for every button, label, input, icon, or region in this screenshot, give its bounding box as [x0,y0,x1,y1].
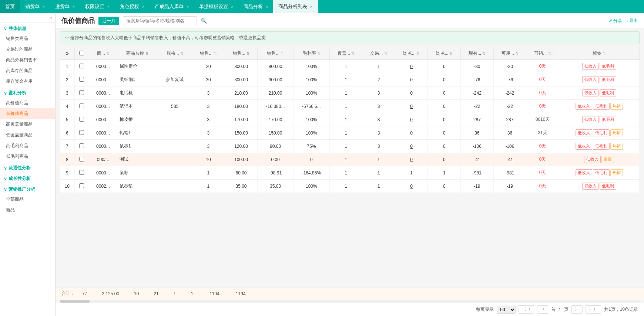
view-link[interactable]: 0 [410,91,413,96]
sidebar-item-low-margin[interactable]: 低毛利商品 [0,151,55,162]
td-check[interactable] [74,153,89,166]
sidebar-item-sales-products[interactable]: 销售类商品 [0,33,55,44]
period-button[interactable]: 近一月 [98,17,119,25]
td-view1[interactable]: 0 [395,180,428,193]
scrollbar-thumb[interactable] [60,300,90,303]
view-link[interactable]: 1 [410,170,413,176]
th-stock[interactable]: 现有... ⇅ [461,47,494,60]
sidebar-item-new-products[interactable]: 新品 [0,205,55,215]
td-view1[interactable]: 1 [395,166,428,180]
th-settings[interactable]: ⚙ [60,47,74,60]
last-page-btn[interactable]: 〉〉 [586,305,601,314]
td-check[interactable] [74,140,89,153]
nav-purchase[interactable]: 进货单 × [50,0,80,13]
td-check[interactable] [74,166,89,180]
td-check[interactable] [74,180,89,193]
th-trade[interactable]: 交易... ⇅ [362,47,395,60]
th-view1[interactable]: 浏览... ⇅ [395,47,428,60]
td-check[interactable] [74,86,89,100]
sidebar-group-overall[interactable]: ∨ 整体信息 [0,23,55,33]
close-icon[interactable]: × [231,4,233,9]
row-checkbox[interactable] [79,117,84,122]
sidebar-item-all-products[interactable]: 全部商品 [0,194,55,205]
prev-page-btn[interactable]: 〈 [537,305,548,314]
sidebar-item-traded[interactable]: 交易过的商品 [0,44,55,55]
row-checkbox[interactable] [79,170,84,175]
close-icon[interactable]: × [43,4,45,9]
search-input[interactable] [123,16,197,25]
row-checkbox[interactable] [79,64,84,68]
export-button[interactable]: ↓ 导出 [626,18,638,24]
th-sellable[interactable]: 可销... ⇅ [526,47,559,60]
close-icon[interactable]: × [187,4,189,9]
row-checkbox[interactable] [79,103,84,108]
sidebar-item-low-coverage[interactable]: 低覆盖量商品 [0,130,55,140]
td-view1[interactable]: 0 [395,113,428,126]
row-checkbox[interactable] [79,143,84,148]
sidebar-item-high-coverage[interactable]: 高覆盖量商品 [0,119,55,130]
sidebar-group-growth[interactable]: ∨ 成长性分析 [0,173,55,183]
td-view1[interactable]: 0 [395,140,428,153]
close-icon[interactable]: × [266,4,268,9]
td-check[interactable] [74,73,89,86]
td-check[interactable] [74,126,89,140]
nav-product-analysis-list[interactable]: 商品分析列表 × [273,0,318,13]
view-link[interactable]: 0 [410,117,413,122]
nav-home[interactable]: 首页 [0,0,20,13]
td-view1[interactable]: 0 [395,126,428,140]
view-link[interactable]: 0 [410,104,413,109]
sidebar-item-high-stock[interactable]: 高库存的商品 [0,65,55,76]
th-coverage[interactable]: 覆盖... ⇅ [329,47,362,60]
td-view1[interactable]: 0 [395,60,428,73]
sidebar-group-profit[interactable]: ∨ 盈利分析 [0,87,55,98]
th-gross-rate[interactable]: 毛利率 ⇅ [293,47,329,60]
th-spec[interactable]: 规格... ⇅ [158,47,192,60]
th-code[interactable]: 商... ⇅ [89,47,117,60]
view-link[interactable]: 0 [410,144,413,149]
row-checkbox[interactable] [79,157,84,162]
share-button[interactable]: ↗ 分享 [608,18,622,24]
view-link[interactable]: 0 [410,157,413,162]
th-sales-qty[interactable]: 销售... ⇅ [192,47,225,60]
sidebar-item-high-margin[interactable]: 高毛利商品 [0,140,55,151]
th-view2[interactable]: 浏览... ⇅ [428,47,461,60]
sidebar-item-high-value[interactable]: 高价值商品 [0,98,55,108]
nav-sales[interactable]: 销货单 × [20,0,50,13]
th-sales-profit[interactable]: 销售... ⇅ [258,47,294,60]
td-view1[interactable]: 0 [395,73,428,86]
close-icon[interactable]: × [142,4,144,9]
view-link[interactable]: 0 [410,64,413,69]
td-view1[interactable]: 0 [395,100,428,113]
close-icon[interactable]: × [310,4,312,9]
nav-template[interactable]: 单据模板设置 × [194,0,238,13]
th-tags[interactable]: 标签 ⇅ [559,47,639,60]
table-container[interactable]: ⚙ 商... ⇅ 商品名称 ⇅ 规格... ⇅ 销售... ⇅ 销售... ⇅ … [60,47,640,287]
row-checkbox[interactable] [79,77,84,82]
td-check[interactable] [74,60,89,73]
sidebar-item-low-value[interactable]: 低价值商品 [0,108,55,119]
td-check[interactable] [74,100,89,113]
th-name[interactable]: 商品名称 ⇅ [117,47,158,60]
select-all-checkbox[interactable] [79,51,84,55]
nav-product-analysis[interactable]: 商品分析 × [238,0,273,13]
sidebar-group-liquidity[interactable]: ∨ 流通性分析 [0,162,55,173]
th-sales-amount[interactable]: 销售... ⇅ [225,47,258,60]
per-page-select[interactable]: 50 100 200 [497,306,516,314]
search-button[interactable]: 🔍 [201,18,207,24]
sidebar-group-marketing[interactable]: ∨ 营销推广分析 [0,183,55,194]
horizontal-scrollbar[interactable] [60,300,640,303]
view-link[interactable]: 0 [410,184,413,189]
close-icon[interactable]: × [107,4,110,9]
nav-roles[interactable]: 角色授权 × [115,0,150,13]
td-view1[interactable]: 0 [395,153,428,166]
th-checkbox[interactable] [74,47,89,60]
td-check[interactable] [74,113,89,126]
nav-permissions[interactable]: 权限设置 × [80,0,115,13]
nav-warehouse[interactable]: 产成品入库单 × [150,0,194,13]
sidebar-item-category-sales[interactable]: 商品分类销售率 [0,55,55,65]
sidebar-item-stock-capital[interactable]: 库存资金占用 [0,76,55,87]
view-link[interactable]: 0 [410,77,413,82]
sidebar-collapse-btn[interactable]: « [49,15,52,21]
td-view1[interactable]: 0 [395,86,428,100]
th-available[interactable]: 可用... ⇅ [493,47,526,60]
